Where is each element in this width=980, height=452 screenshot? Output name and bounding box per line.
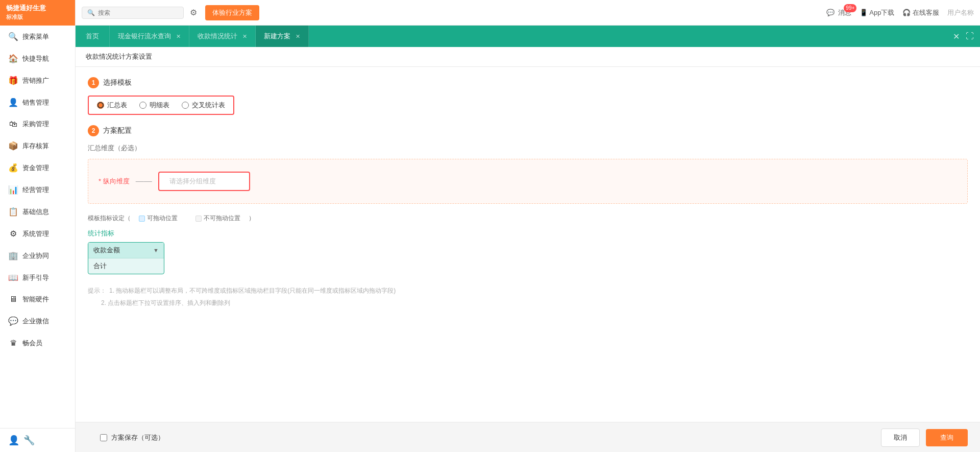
radio-detail-label: 明细表 (150, 101, 169, 110)
sidebar-item-quick-nav[interactable]: 🏠 快捷导航 (0, 47, 75, 69)
sidebar-item-enterprise[interactable]: 🏢 企业协同 (0, 245, 75, 267)
indicator-card-header[interactable]: 收款金额 ▼ (88, 243, 164, 258)
cancel-button[interactable]: 取消 (881, 429, 920, 447)
sidebar-item-label: 采购管理 (22, 120, 49, 129)
tab-bank-flow-close[interactable]: ✕ (176, 33, 181, 40)
indicators-label-text: 模板指标设定（ (88, 214, 131, 223)
tips-section: 提示： 1. 拖动标题栏可以调整布局，不可跨维度或指标区域拖动栏目字段(只能在同… (88, 284, 968, 309)
page-title: 收款情况统计方案设置 (76, 47, 980, 67)
sidebar-item-label: 营销推广 (22, 76, 49, 85)
indicators-section: 模板指标设定（ 可拖动位置 不可拖动位置 ） 统计指标 (88, 214, 968, 274)
radio-detail-input[interactable] (139, 102, 146, 109)
card-body-label: 合计 (93, 262, 107, 270)
sidebar-item-member[interactable]: ♛ 畅会员 (0, 332, 75, 354)
indicator-card-body: 合计 (88, 258, 164, 274)
trial-button[interactable]: 体验行业方案 (205, 5, 259, 20)
vertical-dimension-row: * 纵向维度 —— 请选择分组维度 (99, 172, 957, 191)
sidebar-item-guide[interactable]: 📖 新手引导 (0, 267, 75, 289)
dimension-config: 汇总维度（必选） * 纵向维度 —— 请选择分组维度 (88, 144, 968, 204)
tip2-text: 2. 点击标题栏下拉可设置排序、插入列和删除列 (101, 297, 230, 309)
sidebar-item-system[interactable]: ⚙ 系统管理 (0, 223, 75, 245)
indicators-closing2: ） (249, 214, 255, 223)
radio-cross-input[interactable] (182, 102, 189, 109)
search-input[interactable] (98, 9, 169, 16)
sidebar-item-operations[interactable]: 📊 经营管理 (0, 179, 75, 201)
content-area: 收款情况统计方案设置 1 选择模板 汇总表 明细表 (76, 47, 980, 452)
tab-bank-flow[interactable]: 现金银行流水查询 ✕ (110, 26, 189, 47)
tab-bank-flow-label: 现金银行流水查询 (118, 32, 171, 41)
radio-detail[interactable]: 明细表 (139, 101, 169, 110)
tab-new-plan[interactable]: 新建方案 ✕ (256, 26, 309, 47)
draggable-dot (139, 216, 145, 222)
form-area: 1 选择模板 汇总表 明细表 交叉统计表 (76, 67, 980, 422)
sidebar-item-label: 畅会员 (22, 339, 42, 348)
sidebar-item-wechat[interactable]: 💬 企业微信 (0, 310, 75, 332)
tab-collection-stats[interactable]: 收款情况统计 ✕ (189, 26, 256, 47)
settings-icon[interactable]: ⚙ (190, 8, 197, 17)
chat-icon: 💬 (8, 316, 18, 326)
username-text: 用户名称 (947, 8, 974, 17)
online-support-link[interactable]: 🎧 在线客服 (902, 8, 939, 17)
stats-title: 统计指标 (88, 229, 968, 238)
message-badge-container[interactable]: 💬 99+ 消息 (826, 8, 851, 17)
clipboard-icon: 📋 (8, 207, 18, 217)
sidebar-item-label: 智能硬件 (22, 295, 49, 304)
tip-prefix-1: 提示： (88, 284, 106, 297)
header-search-box[interactable]: 🔍 (82, 7, 184, 19)
tabbar: 首页 现金银行流水查询 ✕ 收款情况统计 ✕ 新建方案 ✕ ✕ ⛶ (76, 26, 980, 47)
app-download-link[interactable]: 📱 App下载 (860, 8, 894, 17)
radio-summary-input[interactable] (97, 102, 104, 109)
save-row: 方案保存（可选） (88, 433, 875, 442)
sidebar-item-label: 基础信息 (22, 207, 49, 217)
dimension-select[interactable]: 请选择分组维度 (158, 172, 250, 191)
sidebar-item-search-menu[interactable]: 🔍 搜索菜单 (0, 26, 75, 47)
radio-summary-label: 汇总表 (107, 101, 127, 110)
sidebar-item-label: 系统管理 (22, 229, 49, 239)
sidebar-item-smart-hw[interactable]: 🖥 智能硬件 (0, 289, 75, 310)
sidebar: 畅捷通好生意 标准版 🔍 搜索菜单 🏠 快捷导航 🎁 营销推广 👤 销售管理 🛍… (0, 0, 76, 452)
search-icon: 🔍 (8, 32, 18, 41)
step2-header: 2 方案配置 (88, 125, 968, 136)
sidebar-item-label: 经营管理 (22, 185, 49, 195)
bag-icon: 🛍 (8, 120, 18, 129)
arrow-icon: —— (136, 177, 152, 186)
sidebar-item-finance[interactable]: 💰 资金管理 (0, 157, 75, 179)
draggable-tag: 可拖动位置 (139, 214, 178, 223)
sidebar-item-basic-info[interactable]: 📋 基础信息 (0, 201, 75, 223)
header-right: 💬 99+ 消息 📱 App下载 🎧 在线客服 用户名称 (826, 8, 974, 17)
query-button[interactable]: 查询 (926, 429, 968, 446)
fixed-label: 不可拖动位置 (204, 214, 240, 223)
tip1-text: 1. 拖动标题栏可以调整布局，不可跨维度或指标区域拖动栏目字段(只能在同一维度或… (109, 284, 396, 297)
money-icon: 💰 (8, 163, 18, 173)
sidebar-item-label: 资金管理 (22, 163, 49, 173)
tab-new-plan-label: 新建方案 (264, 32, 290, 41)
sidebar-item-inventory[interactable]: 📦 库存核算 (0, 135, 75, 157)
sidebar-item-sales[interactable]: 👤 销售管理 (0, 91, 75, 113)
sidebar-item-purchase[interactable]: 🛍 采购管理 (0, 113, 75, 135)
radio-cross[interactable]: 交叉统计表 (182, 101, 225, 110)
save-checkbox[interactable] (100, 434, 107, 441)
tab-collection-stats-close[interactable]: ✕ (242, 33, 247, 40)
tab-new-plan-close[interactable]: ✕ (296, 33, 300, 40)
sidebar-item-marketing[interactable]: 🎁 营销推广 (0, 69, 75, 91)
gift-icon: 🎁 (8, 76, 18, 85)
phone-icon: 📱 (860, 9, 868, 16)
home-icon: 🏠 (8, 54, 18, 63)
footer: 方案保存（可选） 取消 查询 (76, 422, 980, 452)
main-area: 🔍 ⚙ 体验行业方案 💬 99+ 消息 📱 App下载 🎧 在线客服 用户名称 (76, 0, 980, 452)
step1-number: 1 (88, 77, 99, 88)
tab-expand-icon[interactable]: ⛶ (966, 32, 974, 41)
indicator-card[interactable]: 收款金额 ▼ 合计 (88, 242, 164, 274)
step1-section: 1 选择模板 汇总表 明细表 交叉统计表 (88, 77, 968, 115)
step1-header: 1 选择模板 (88, 77, 968, 88)
sidebar-item-label: 搜索菜单 (22, 32, 49, 41)
card-header-label: 收款金额 (93, 246, 120, 255)
step2-section: 2 方案配置 汇总维度（必选） * 纵向维度 —— 请选择分组维度 (88, 125, 968, 309)
crown-icon: ♛ (8, 338, 18, 348)
vertical-label: * 纵向维度 (99, 177, 130, 186)
tab-home[interactable]: 首页 (76, 26, 110, 47)
radio-cross-label: 交叉统计表 (192, 101, 225, 110)
radio-summary[interactable]: 汇总表 (97, 101, 127, 110)
fixed-dot (195, 216, 202, 222)
tab-close-icon[interactable]: ✕ (953, 32, 960, 41)
